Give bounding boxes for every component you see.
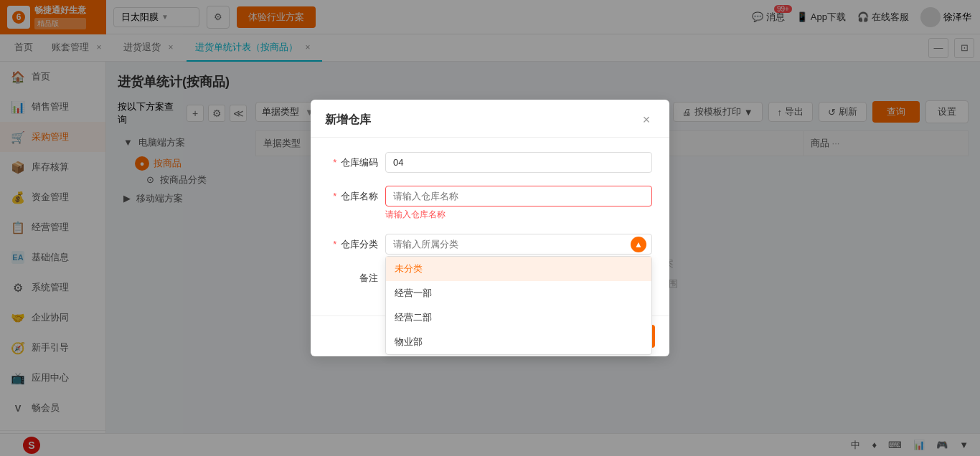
option-dept2[interactable]: 经营二部 [386, 305, 651, 330]
form-item-code: * 仓库编码 [328, 152, 652, 173]
category-input[interactable] [385, 234, 652, 255]
form-item-name: * 仓库名称 请输入仓库名称 [328, 186, 652, 221]
dialog-body: * 仓库编码 * 仓库名称 请输入仓库名称 [311, 138, 669, 315]
new-warehouse-dialog: 新增仓库 × * 仓库编码 * 仓库名称 [311, 100, 669, 356]
name-input-wrap: 请输入仓库名称 [385, 186, 652, 221]
code-label: * 仓库编码 [328, 152, 378, 169]
option-property[interactable]: 物业部 [386, 330, 651, 354]
dialog-header: 新增仓库 × [311, 100, 669, 138]
remark-label: 备注 [328, 267, 378, 285]
option-dept1[interactable]: 经营一部 [386, 281, 651, 305]
dialog-title: 新增仓库 [325, 113, 371, 128]
category-label: * 仓库分类 [328, 234, 378, 251]
option-unclassified[interactable]: 未分类 [386, 257, 651, 281]
dialog-close-button[interactable]: × [638, 111, 655, 128]
name-label: * 仓库名称 [328, 186, 378, 203]
category-dropdown-list: 未分类 经营一部 经营二部 物业部 [385, 256, 652, 355]
form-item-category: * 仓库分类 ▲ 未分类 经营一部 经营二部 物业部 [328, 234, 652, 255]
name-input[interactable] [385, 186, 652, 206]
code-input-wrap [385, 152, 652, 173]
name-error-msg: 请输入仓库名称 [385, 209, 652, 221]
category-input-wrap: ▲ 未分类 经营一部 经营二部 物业部 [385, 234, 652, 255]
dropdown-arrow-icon[interactable]: ▲ [631, 237, 646, 252]
code-input[interactable] [385, 152, 652, 173]
modal-overlay: 新增仓库 × * 仓库编码 * 仓库名称 [0, 0, 980, 456]
